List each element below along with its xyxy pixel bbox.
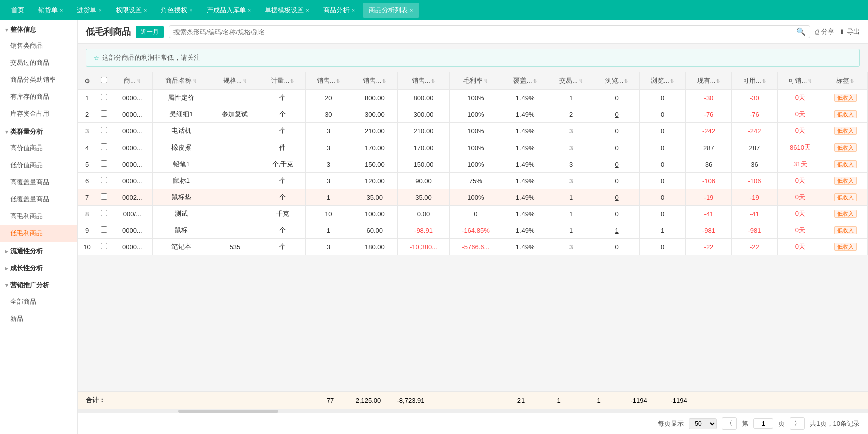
sidebar-item-all-goods[interactable]: 全部商品 [0,293,77,310]
sidebar-item-low-margin[interactable]: 低毛利商品 [0,225,77,242]
row-checkbox[interactable] [96,239,112,255]
col-transactions[interactable]: 交易...⇅ [548,72,594,90]
nav-close-analysis-list[interactable]: × [410,7,413,13]
search-input[interactable] [173,28,796,36]
sidebar-item-stock-capital[interactable]: 库存资金占用 [0,105,77,122]
row-view1[interactable]: 0 [594,106,639,123]
nav-item-template[interactable]: 单据模板设置 × [259,3,315,18]
sidebar-item-stock-goods[interactable]: 有库存的商品 [0,88,77,105]
nav-item-home[interactable]: 首页 [5,3,30,18]
row-view1[interactable]: 0 [594,90,639,106]
nav-item-role[interactable]: 角色授权 × [155,3,198,18]
row-no: 9 [78,222,96,239]
nav-close-sales[interactable]: × [60,7,63,13]
sidebar-group-marketing[interactable]: ▾ 营销推广分析 [0,276,77,293]
col-view2[interactable]: 浏览...⇅ [640,72,685,90]
sidebar-group-circulation[interactable]: ▸ 流通性分析 [0,242,77,259]
col-spec[interactable]: 规格...⇅ [210,72,260,90]
sidebar-item-traded-goods[interactable]: 交易过的商品 [0,54,77,71]
gear-icon: ⚙ [84,77,90,85]
select-all-checkbox[interactable] [101,77,107,83]
nav-item-analysis[interactable]: 商品分析 × [317,3,361,18]
row-select-checkbox[interactable] [101,193,107,200]
col-name[interactable]: 商品名称⇅ [152,72,210,90]
row-view1[interactable]: 0 [594,206,639,222]
col-code[interactable]: 商...⇅ [112,72,153,90]
row-select-checkbox[interactable] [101,160,107,167]
nav-close-template[interactable]: × [306,7,309,13]
nav-close-permission[interactable]: × [144,7,147,13]
row-checkbox[interactable] [96,106,112,123]
nav-item-sales[interactable]: 销货单 × [32,3,69,18]
row-checkbox[interactable] [96,222,112,239]
nav-close-purchase[interactable]: × [98,7,101,13]
sidebar-item-category-sales-rate[interactable]: 商品分类助销率 [0,71,77,88]
sidebar-group-overall[interactable]: ▾ 整体信息 [0,20,77,37]
row-view1[interactable]: 0 [594,156,639,173]
row-select-checkbox[interactable] [101,177,107,183]
row-checkbox[interactable] [96,173,112,189]
nav-item-permission[interactable]: 权限设置 × [110,3,153,18]
row-checkbox[interactable] [96,189,112,206]
row-select-checkbox[interactable] [101,94,107,100]
col-gross-margin[interactable]: 毛利率⇅ [449,72,502,90]
col-view1[interactable]: 浏览...⇅ [594,72,639,90]
row-view1[interactable]: 0 [594,239,639,255]
page-number-input[interactable] [753,418,773,429]
row-select-checkbox[interactable] [101,143,107,150]
col-unit[interactable]: 计量...⇅ [260,72,305,90]
sidebar-item-high-coverage[interactable]: 高覆盖量商品 [0,174,77,191]
row-checkbox[interactable] [96,156,112,173]
share-button[interactable]: ⎙ 分享 [815,27,834,36]
row-sales-amount: 170.00 [398,139,450,156]
col-available-stock[interactable]: 可用...⇅ [732,72,777,90]
row-no: 5 [78,156,96,173]
col-sellable-days[interactable]: 可销...⇅ [777,72,823,90]
sidebar-item-low-value[interactable]: 低价值商品 [0,157,77,174]
col-sales-qty[interactable]: 销售...⇅ [306,72,352,90]
row-select-checkbox[interactable] [101,210,107,216]
row-checkbox[interactable] [96,90,112,106]
col-current-stock[interactable]: 现有...⇅ [685,72,731,90]
row-view1[interactable]: 0 [594,173,639,189]
sidebar-item-high-value[interactable]: 高价值商品 [0,139,77,157]
row-view1[interactable]: 0 [594,139,639,156]
col-sales-amount[interactable]: 销售...⇅ [398,72,450,90]
row-select-checkbox[interactable] [101,127,107,133]
row-checkbox[interactable] [96,206,112,222]
sidebar-group-growth[interactable]: ▸ 成长性分析 [0,259,77,276]
table-row: 4 0000... 橡皮擦 件 3 170.00 170.00 100% 1.4… [78,139,868,156]
nav-close-analysis[interactable]: × [352,7,355,13]
row-select-checkbox[interactable] [101,110,107,117]
nav-close-role[interactable]: × [189,7,192,13]
nav-item-analysis-list[interactable]: 商品分析列表 × [363,3,419,18]
per-page-select[interactable]: 50 100 200 [689,418,717,429]
sidebar-item-new-goods[interactable]: 新品 [0,310,77,327]
row-name: 铅笔1 [152,156,210,173]
col-coverage[interactable]: 覆盖...⇅ [502,72,548,90]
date-filter-button[interactable]: 近一月 [136,26,164,38]
horizontal-scrollbar[interactable] [78,409,868,413]
next-page-button[interactable]: 〉 [790,417,805,430]
sidebar-item-low-coverage[interactable]: 低覆盖量商品 [0,191,77,208]
nav-item-product-entry[interactable]: 产成品入库单 × [201,3,257,18]
export-button[interactable]: ⬇ 导出 [839,27,860,36]
nav-item-purchase[interactable]: 进货单 × [71,3,107,18]
nav-close-product-entry[interactable]: × [248,7,251,13]
row-select-checkbox[interactable] [101,226,107,233]
sidebar-item-high-margin[interactable]: 高毛利商品 [0,208,77,225]
col-gear[interactable]: ⚙ [78,72,96,90]
row-view1[interactable]: 0 [594,189,639,206]
search-icon[interactable]: 🔍 [796,27,806,36]
row-view1[interactable]: 0 [594,123,639,139]
col-tag[interactable]: 标签⇅ [823,72,868,90]
col-checkbox[interactable] [96,72,112,90]
row-checkbox[interactable] [96,123,112,139]
row-checkbox[interactable] [96,139,112,156]
sidebar-group-cluster[interactable]: ▾ 类群量分析 [0,122,77,139]
prev-page-button[interactable]: 〈 [722,417,737,430]
row-select-checkbox[interactable] [101,243,107,249]
col-sales-price[interactable]: 销售...⇅ [352,72,397,90]
sidebar-item-sales-goods[interactable]: 销售类商品 [0,37,77,54]
row-view1[interactable]: 1 [594,222,639,239]
